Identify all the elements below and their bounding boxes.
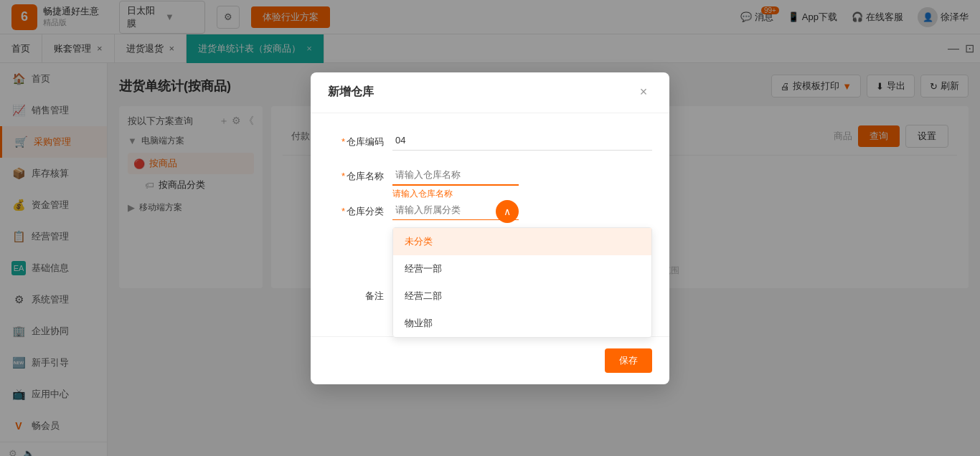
name-label: *仓库名称 [328, 165, 392, 183]
modal-title: 新增仓库 [328, 85, 374, 100]
chevron-up-icon: ∧ [504, 206, 511, 217]
category-option-property[interactable]: 物业部 [393, 310, 651, 337]
code-label: *仓库编码 [328, 130, 392, 148]
warehouse-category-row: *仓库分类 ∧ 未分类 经营一部 经营二部 物业部 [328, 200, 652, 220]
category-input-wrapper: ∧ [392, 200, 519, 220]
save-button[interactable]: 保存 [605, 348, 652, 373]
category-dropdown-toggle[interactable]: ∧ [496, 200, 519, 223]
code-input[interactable] [392, 130, 652, 151]
category-label: *仓库分类 [328, 200, 392, 218]
warehouse-name-row: *仓库名称 请输入仓库名称 [328, 165, 652, 186]
category-option-ops2[interactable]: 经营二部 [393, 282, 651, 310]
category-option-none[interactable]: 未分类 [393, 228, 651, 255]
add-warehouse-modal: 新增仓库 × *仓库编码 *仓库名称 [311, 72, 669, 384]
modal-close-button[interactable]: × [635, 84, 652, 101]
modal-backdrop: 新增仓库 × *仓库编码 *仓库名称 [0, 0, 980, 456]
modal-footer: 保存 [311, 336, 669, 384]
close-icon: × [640, 85, 648, 100]
name-input[interactable] [392, 165, 519, 186]
warehouse-code-row: *仓库编码 [328, 130, 652, 151]
notes-label: 备注 [328, 285, 392, 303]
name-error-message: 请输入仓库名称 [392, 188, 453, 200]
category-dropdown: 未分类 经营一部 经营二部 物业部 [392, 227, 652, 338]
modal-header: 新增仓库 × [311, 72, 669, 113]
modal-body: *仓库编码 *仓库名称 请输入仓库名称 *仓库分类 [311, 113, 669, 336]
category-option-ops1[interactable]: 经营一部 [393, 255, 651, 282]
